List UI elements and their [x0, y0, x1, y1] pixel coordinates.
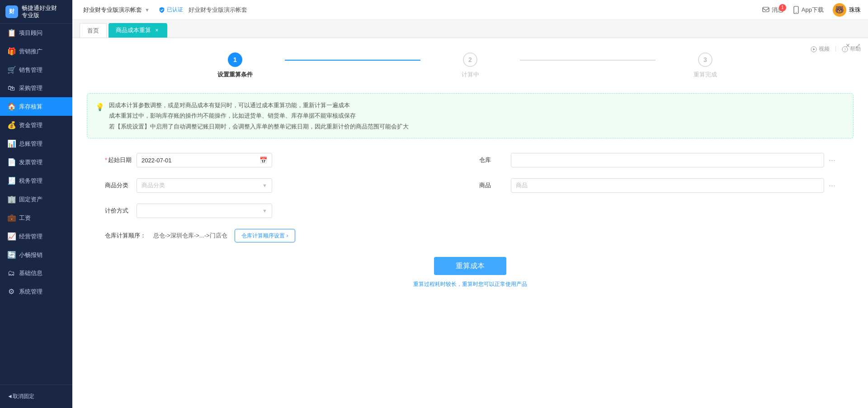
warehouse-btn-icon: ›: [287, 232, 288, 239]
svg-text:?: ?: [844, 47, 846, 52]
messages-button[interactable]: 消息 1: [762, 6, 783, 14]
purchase-icon: 🛍: [7, 84, 15, 92]
category-item: 商品分类 商品分类 ▼: [105, 178, 461, 193]
sidebar-item-label: 总账管理: [19, 140, 42, 148]
product-label: 商品: [479, 181, 506, 190]
sidebar-item-sales[interactable]: 🛒 销售管理: [0, 61, 72, 79]
account-name: 好业财专业版演示帐套: [83, 6, 142, 14]
marketing-icon: 🎁: [7, 47, 15, 56]
calendar-icon: 📅: [259, 157, 267, 164]
svg-marker-4: [813, 48, 815, 50]
submit-button[interactable]: 重算成本: [434, 257, 506, 275]
warehouse-order-value: 总仓->深圳仓库->...->门店仓: [153, 232, 227, 240]
sidebar-item-operations[interactable]: 📈 经营管理: [0, 227, 72, 246]
app-logo: 财 畅捷通好业财 专业版: [0, 0, 72, 24]
svg-point-2: [796, 12, 797, 13]
category-label: 商品分类: [105, 181, 132, 190]
step-2-circle: 2: [463, 52, 477, 67]
tab-recalc[interactable]: 商品成本重算 ×: [108, 23, 167, 38]
tab-close-button[interactable]: ×: [154, 27, 160, 33]
product-more-button[interactable]: ···: [829, 181, 835, 190]
app-download-button[interactable]: App下载: [793, 6, 824, 14]
account-selector[interactable]: 好业财专业版演示帐套 ▼: [80, 4, 153, 16]
sidebar-item-label: 小畅报销: [19, 251, 42, 259]
sidebar-item-tax[interactable]: 🧾 税务管理: [0, 171, 72, 190]
form-row-3: 计价方式 ▼: [105, 204, 835, 218]
start-date-item: *起始日期 2022-07-01 📅: [105, 153, 461, 167]
start-date-input[interactable]: 2022-07-01 📅: [137, 153, 272, 167]
video-label: 视频: [819, 45, 830, 53]
main-area: 好业财专业版演示帐套 ▼ 已认证 好业财专业版演示帐套 消息 1: [72, 0, 868, 408]
sidebar-item-label: 采购管理: [19, 84, 42, 92]
sidebar-item-label: 基础信息: [19, 269, 42, 277]
svg-rect-0: [763, 7, 769, 12]
avatar-image: 🐻: [833, 3, 846, 17]
info-line-2: 成本重算过中，影响库存账的操作均不能操作，比如进货单、销货单、库存单据不能审核或…: [109, 110, 409, 121]
step-line-2: [520, 60, 656, 61]
sidebar-item-purchase[interactable]: 🛍 采购管理: [0, 79, 72, 97]
warehouse-input[interactable]: [511, 153, 824, 167]
info-box: 💡 因成本计算参数调整，或是对商品成本有疑问时，可以通过成本重算功能，重新计算一…: [87, 93, 854, 138]
sidebar-item-salary[interactable]: 💼 工资: [0, 209, 72, 227]
step-1-label: 设置重算条件: [217, 71, 253, 79]
sidebar-item-label: 发票管理: [19, 158, 42, 166]
step-1-circle: 1: [228, 52, 242, 67]
sidebar-item-inventory[interactable]: 🏠 库存核算: [0, 97, 72, 116]
unpin-button[interactable]: ◄取消固定: [0, 389, 72, 404]
salary-icon: 💼: [7, 213, 15, 222]
logo-icon: 财: [5, 5, 18, 18]
tabbar: 首页 商品成本重算 ×: [72, 20, 868, 38]
start-date-value: 2022-07-01: [142, 157, 172, 164]
step-3-label: 重算完成: [693, 71, 717, 79]
product-placeholder: 商品: [516, 181, 528, 190]
category-placeholder: 商品分类: [142, 181, 165, 190]
sidebar-item-label: 资金管理: [19, 121, 42, 129]
steps-container: 1 设置重算条件 2 计算中 3 重算完成: [87, 49, 854, 79]
price-method-dropdown-icon: ▼: [262, 208, 267, 213]
warehouse-order-label: 仓库计算顺序：: [105, 232, 146, 240]
unpin-label: ◄取消固定: [7, 393, 34, 400]
sidebar-item-assets[interactable]: 🏢 固定资产: [0, 190, 72, 209]
logo-text-block: 畅捷通好业财 专业版: [22, 5, 57, 19]
shield-icon: [159, 7, 165, 13]
user-avatar[interactable]: 🐻 珠珠: [833, 3, 861, 17]
topbar: 好业财专业版演示帐套 ▼ 已认证 好业财专业版演示帐套 消息 1: [72, 0, 868, 20]
sidebar-item-label: 经营管理: [19, 232, 42, 241]
sidebar-item-label: 工资: [19, 214, 31, 222]
step-3: 3 重算完成: [656, 52, 755, 79]
video-icon: [811, 46, 817, 52]
sidebar-nav: 📋 项目顾问 🎁 营销推广 🛒 销售管理 🛍 采购管理 🏠 库存核算 💰 资金管…: [0, 24, 72, 384]
sidebar-item-marketing[interactable]: 🎁 营销推广: [0, 42, 72, 61]
info-icon: 💡: [95, 101, 104, 132]
category-select[interactable]: 商品分类 ▼: [137, 178, 272, 193]
system-icon: ⚙: [7, 287, 15, 296]
price-method-item: 计价方式 ▼: [105, 204, 461, 218]
sidebar-item-invoice[interactable]: 📄 发票管理: [0, 153, 72, 171]
video-help-button[interactable]: 视频: [811, 45, 830, 53]
help-links: 视频 | ? 帮助: [811, 45, 861, 53]
form-row-2: 商品分类 商品分类 ▼ 商品 商品 ···: [105, 178, 835, 193]
account-dropdown-icon: ▼: [145, 7, 150, 13]
required-star: *: [105, 157, 107, 163]
warehouse-more-button[interactable]: ···: [829, 156, 835, 165]
sidebar-item-project[interactable]: 📋 项目顾问: [0, 24, 72, 42]
app-edition: 专业版: [22, 12, 57, 19]
sidebar: 财 畅捷通好业财 专业版 📋 项目顾问 🎁 营销推广 🛒 销售管理 🛍 采购管理…: [0, 0, 72, 408]
sidebar-item-basic[interactable]: 🗂 基础信息: [0, 264, 72, 282]
step-2-label: 计算中: [462, 71, 479, 79]
sidebar-bottom: ◄取消固定: [0, 384, 72, 408]
help-button[interactable]: ? 帮助: [842, 45, 861, 53]
sidebar-item-system[interactable]: ⚙ 系统管理: [0, 282, 72, 301]
price-method-select[interactable]: ▼: [137, 204, 272, 218]
product-input[interactable]: 商品: [511, 178, 824, 193]
basic-icon: 🗂: [7, 269, 15, 277]
tab-home[interactable]: 首页: [80, 23, 107, 38]
sidebar-item-finance[interactable]: 💰 资金管理: [0, 116, 72, 134]
app-download-label: App下载: [802, 6, 824, 14]
step-line-1: [285, 60, 420, 61]
warehouse-item: 仓库 ···: [479, 153, 835, 167]
tax-icon: 🧾: [7, 176, 15, 185]
warehouse-order-settings-button[interactable]: 仓库计算顺序设置 ›: [235, 229, 295, 242]
sidebar-item-accounting[interactable]: 📊 总账管理: [0, 134, 72, 153]
sidebar-item-expenses[interactable]: 🔄 小畅报销: [0, 246, 72, 264]
